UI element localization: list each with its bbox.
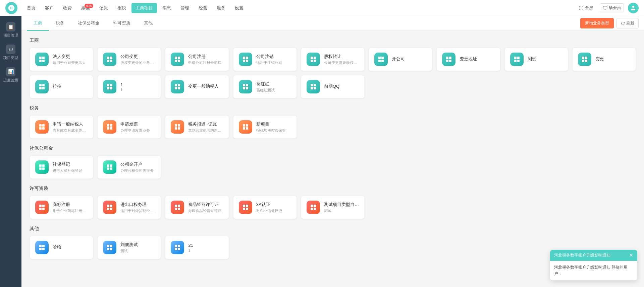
new-type-button[interactable]: 新增业务类型 xyxy=(580,18,614,28)
nav-item-bookkeeping[interactable]: 记账 xyxy=(95,3,112,13)
card-test-type[interactable]: 测试项目类型自定义测试 xyxy=(301,196,365,219)
card-icon-new-project xyxy=(239,120,252,134)
card-text-num1: 11 xyxy=(120,82,155,92)
svg-rect-62 xyxy=(107,124,109,127)
card-social-register[interactable]: 社保登记进行人员社保登记 xyxy=(30,155,93,179)
nav-item-home[interactable]: 首页 xyxy=(23,3,40,13)
card-change1[interactable]: 变更 xyxy=(572,48,636,71)
sidebar-item-project-type[interactable]: 🏷 项目类型 xyxy=(0,41,21,64)
nav-item-settings[interactable]: 设置 xyxy=(231,3,248,13)
svg-rect-35 xyxy=(585,57,587,59)
card-tax-report-bookkeeping[interactable]: 税务报道+记账拿到营业执照的新公司 xyxy=(165,115,229,139)
svg-rect-23 xyxy=(381,57,384,59)
card-icon-haha xyxy=(35,241,49,254)
svg-rect-63 xyxy=(110,124,112,127)
card-icon-apply-general-tax xyxy=(35,120,49,134)
svg-rect-60 xyxy=(39,127,42,130)
cards-grid-tax-section: 申请一般纳税人当月或次月成变更完成 申请发票办理申请发票业务 税务报道+记账拿到… xyxy=(30,115,636,139)
nav-right: 全屏 畅会员 xyxy=(576,3,639,13)
card-desc-company-cancel: 适用于注销公司 xyxy=(256,60,291,65)
card-desc-legal-change: 适用于公司变更法人 xyxy=(53,60,88,65)
sidebar-item-progress[interactable]: 📊 进度监测 xyxy=(0,64,21,86)
tab-permit[interactable]: 许可资质 xyxy=(106,16,137,31)
card-provident-fund[interactable]: 公积金开户办理公积金相关业务 xyxy=(97,155,161,179)
tab-gongshang[interactable]: 工商 xyxy=(27,16,49,31)
sidebar-item-project-mgmt[interactable]: 📋 项目管理 xyxy=(0,19,21,41)
nav-item-messages[interactable]: 消息 xyxy=(158,3,175,13)
card-num1[interactable]: 11 xyxy=(97,75,161,98)
card-text-change-tax: 变更一般纳税人 xyxy=(188,83,223,90)
nav-item-tickets[interactable]: 票据new xyxy=(77,3,94,13)
section-title-gongshang-section: 工商 xyxy=(30,38,636,44)
card-icon-test1 xyxy=(510,53,524,66)
notification-header: 河北税务数字账户升级影响通知 ✕ xyxy=(550,250,637,261)
card-icon-import-export xyxy=(103,201,116,214)
member-button[interactable]: 畅会员 xyxy=(600,3,624,12)
card-name-company-register: 公司注册 xyxy=(188,54,223,60)
card-text-change-address: 变更地址 xyxy=(460,56,494,63)
card-qianqi-qq[interactable]: 前期QQ xyxy=(301,75,365,98)
card-apply-general-tax[interactable]: 申请一般纳税人当月或次月成变更完成 xyxy=(30,115,93,139)
notification-close[interactable]: ✕ xyxy=(629,253,633,258)
nav-item-clients[interactable]: 客户 xyxy=(41,3,58,13)
card-trademark[interactable]: 商标注册用于企业商标注册服务 xyxy=(30,196,93,219)
card-name-liupeng-test: 刘鹏测试 xyxy=(120,242,155,248)
svg-rect-52 xyxy=(243,87,245,89)
card-name-apply-invoice: 申请发票 xyxy=(120,121,155,127)
card-haha[interactable]: 哈哈 xyxy=(30,236,93,259)
card-3a-cert[interactable]: 3A认证对企业信誉评级 xyxy=(233,196,297,219)
card-guhonghong[interactable]: 葛红红葛红红测试 xyxy=(233,75,297,98)
card-company-change[interactable]: 公司变更股权变更外的业务变更 xyxy=(97,48,161,71)
svg-rect-16 xyxy=(243,60,245,62)
section-title-tax-section: 税务 xyxy=(30,105,636,111)
card-company-register[interactable]: 公司注册申请公司注册全流程 xyxy=(165,48,229,71)
card-text-import-export: 进出口权办理适用于对外贸易经营者 xyxy=(120,202,155,213)
card-company-cancel[interactable]: 公司注销适用于注销公司 xyxy=(233,48,297,71)
card-num21[interactable]: 211 xyxy=(165,236,229,259)
nav-item-services[interactable]: 服务 xyxy=(213,3,229,13)
card-text-legal-change: 法人变更适用于公司变更法人 xyxy=(53,54,88,65)
card-name-equity-transfer: 股权转让 xyxy=(324,54,359,60)
card-new-project[interactable]: 新项目报税加税控盘保管 xyxy=(233,115,297,139)
section-gongshang-section: 工商 法人变更适用于公司变更法人 公司变更股权变更外的业务变更 公司注册申请公司… xyxy=(30,38,636,98)
nav-item-management[interactable]: 管理 xyxy=(176,3,193,13)
tab-shebao[interactable]: 社保公积金 xyxy=(71,16,106,31)
svg-rect-101 xyxy=(314,208,316,210)
card-import-export[interactable]: 进出口权办理适用于对外贸易经营者 xyxy=(97,196,161,219)
card-test1[interactable]: 测试 xyxy=(504,48,568,71)
tab-tax[interactable]: 税务 xyxy=(49,16,71,31)
card-icon-company-cancel xyxy=(239,53,252,66)
svg-rect-88 xyxy=(107,208,109,210)
card-change-tax[interactable]: 变更一般纳税人 xyxy=(165,75,229,98)
avatar[interactable] xyxy=(628,3,639,13)
card-liupeng-test[interactable]: 刘鹏测试测试 xyxy=(97,236,161,259)
card-icon-equity-transfer xyxy=(307,53,320,66)
fullscreen-button[interactable]: 全屏 xyxy=(576,4,596,12)
refresh-button[interactable]: 刷新 xyxy=(616,18,639,28)
nav-item-tax[interactable]: 报税 xyxy=(113,3,130,13)
nav-item-operations[interactable]: 经营 xyxy=(195,3,211,13)
card-name-change-tax: 变更一般纳税人 xyxy=(188,83,223,89)
tab-other[interactable]: 其他 xyxy=(137,16,159,31)
svg-rect-7 xyxy=(110,57,112,59)
svg-rect-83 xyxy=(42,205,45,207)
card-equity-transfer[interactable]: 股权转让公司变更需要股权转让 xyxy=(301,48,365,71)
card-legal-change[interactable]: 法人变更适用于公司变更法人 xyxy=(30,48,93,71)
section-other-section: 其他 哈哈 刘鹏测试测试 211 xyxy=(30,226,636,259)
nav-item-gongshang[interactable]: 工商项目 xyxy=(131,3,157,13)
section-permit-section: 许可资质 商标注册用于企业商标注册服务 进出口权办理适用于对外贸易经营者 食品经… xyxy=(30,186,636,219)
svg-rect-109 xyxy=(110,248,112,250)
card-open-company[interactable]: 开公司 xyxy=(369,48,432,71)
card-food-permit[interactable]: 食品经营许可证办理食品经营许可证 xyxy=(165,196,229,219)
card-icon-company-register xyxy=(171,53,184,66)
card-text-apply-general-tax: 申请一般纳税人当月或次月成变更完成 xyxy=(53,121,88,133)
svg-rect-5 xyxy=(42,60,45,62)
card-lala[interactable]: 拉拉 xyxy=(30,75,93,98)
nav-item-billing[interactable]: 收费 xyxy=(59,3,76,13)
card-text-open-company: 开公司 xyxy=(392,56,427,63)
card-apply-invoice[interactable]: 申请发票办理申请发票业务 xyxy=(97,115,161,139)
svg-rect-84 xyxy=(39,208,42,210)
card-change-address[interactable]: 变更地址 xyxy=(436,48,500,71)
card-icon-qianqi-qq xyxy=(307,80,320,93)
svg-rect-37 xyxy=(585,60,587,62)
